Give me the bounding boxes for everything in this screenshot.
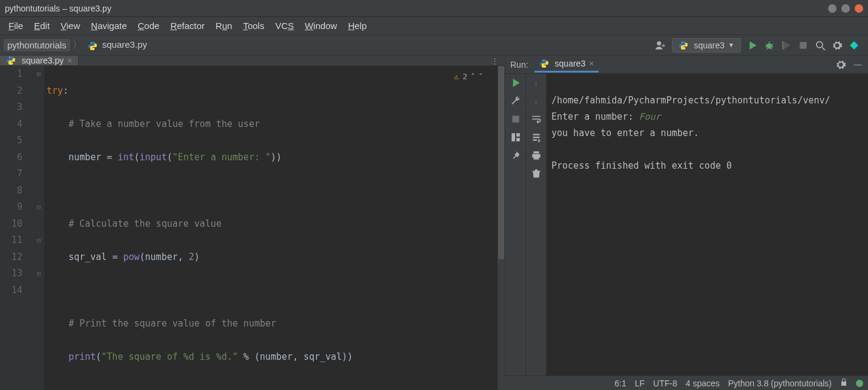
fold-column: ⊟ ⊟ ⊟ ⊟: [33, 66, 44, 390]
run-pane: Run: square3 × — ↑ ↓: [505, 56, 868, 375]
code-area[interactable]: try: # Take a number value from the user…: [44, 66, 505, 390]
editor-body[interactable]: 1 2 3 4 5 6 7 8 9 10 11 12 13 14 ⊟ ⊟ ⊟: [0, 66, 505, 390]
close-button[interactable]: [855, 4, 863, 13]
menu-view[interactable]: View: [56, 18, 85, 33]
breadcrumb-root[interactable]: pythontutorials: [4, 39, 70, 51]
stop-button[interactable]: [798, 40, 809, 51]
trash-icon[interactable]: [531, 168, 542, 179]
print-icon[interactable]: [531, 150, 542, 161]
python-icon: [539, 59, 549, 68]
line-gutter: 1 2 3 4 5 6 7 8 9 10 11 12 13 14: [0, 66, 33, 390]
python-icon: [679, 41, 688, 50]
pin-icon[interactable]: [510, 150, 521, 161]
run-tab-label: square3: [555, 59, 586, 68]
run-toolbar-primary: [505, 74, 526, 375]
window-controls: [828, 4, 863, 13]
svg-rect-13: [516, 133, 520, 137]
rerun-icon[interactable]: [510, 77, 521, 88]
svg-point-1: [93, 48, 94, 49]
fold-end-marker[interactable]: ⊟: [33, 265, 44, 282]
run-config-selector[interactable]: square3 ▼: [672, 38, 741, 53]
breadcrumb-sep: 〉: [73, 39, 82, 51]
status-cursor-pos[interactable]: 6:1: [614, 379, 626, 388]
menu-help[interactable]: Help: [343, 18, 372, 33]
svg-point-2: [681, 42, 682, 42]
console-line: you have to enter a number.: [551, 128, 699, 138]
editor-more-icon[interactable]: ⋮: [485, 56, 505, 65]
inspection-widget[interactable]: ⚠ 2 ˄ ˅: [454, 68, 483, 85]
chevron-down-icon: ▼: [728, 42, 734, 48]
line-number: 10: [0, 216, 22, 233]
chevron-down-icon[interactable]: ˅: [479, 68, 483, 85]
run-header: Run: square3 × —: [505, 56, 868, 74]
svg-rect-5: [800, 42, 806, 48]
gear-icon[interactable]: [832, 40, 843, 51]
close-run-tab-icon[interactable]: ×: [589, 59, 594, 68]
fold-marker[interactable]: ⊟: [33, 66, 44, 83]
menu-vcs[interactable]: VCS: [271, 18, 299, 33]
editor-scrollbar[interactable]: [498, 66, 505, 390]
svg-point-4: [767, 43, 772, 48]
status-ok-icon[interactable]: [856, 380, 863, 387]
line-number: 3: [0, 99, 22, 116]
editor-tab-square3[interactable]: square3.py ×: [0, 56, 79, 65]
up-arrow-icon[interactable]: ↑: [531, 77, 542, 88]
debug-button[interactable]: [764, 40, 775, 51]
fold-marker[interactable]: ⊟: [33, 232, 44, 249]
console-user-input: Four: [639, 111, 661, 122]
down-arrow-icon[interactable]: ↓: [531, 96, 542, 106]
stop-icon[interactable]: [510, 114, 521, 125]
line-number: 13: [0, 265, 22, 282]
svg-point-3: [684, 48, 685, 48]
wrench-icon[interactable]: [510, 96, 521, 106]
layout-icon[interactable]: [510, 132, 521, 143]
add-config-icon[interactable]: [655, 40, 666, 51]
line-number: 9: [0, 199, 22, 216]
close-tab-icon[interactable]: ×: [67, 56, 72, 65]
svg-point-9: [542, 60, 542, 60]
status-indent[interactable]: 4 spaces: [686, 379, 720, 388]
console-line: /home/fahmida/PycharmProjects/pythontuto…: [551, 95, 830, 106]
maximize-button[interactable]: [841, 4, 850, 13]
svg-point-8: [12, 63, 13, 63]
svg-rect-11: [512, 115, 519, 122]
console-output[interactable]: /home/fahmida/PycharmProjects/pythontuto…: [547, 74, 868, 375]
line-number: 4: [0, 116, 22, 133]
status-encoding[interactable]: UTF-8: [653, 379, 677, 388]
soft-wrap-icon[interactable]: [531, 114, 542, 125]
breadcrumb: pythontutorials 〉 square3.py: [4, 38, 151, 51]
run-tab-square3[interactable]: square3 ×: [534, 56, 599, 73]
fold-end-marker[interactable]: ⊟: [33, 199, 44, 216]
lock-icon[interactable]: [840, 378, 847, 388]
search-icon[interactable]: [815, 40, 826, 51]
ide-brand-icon[interactable]: [849, 40, 860, 51]
python-file-icon: [88, 41, 97, 51]
run-body: ↑ ↓ /home/fahmida/PycharmProjects/python…: [505, 74, 868, 375]
menu-navigate[interactable]: Navigate: [86, 18, 131, 33]
line-number: 11: [0, 232, 22, 249]
breadcrumb-file-label: square3.py: [102, 39, 147, 50]
breadcrumb-file[interactable]: square3.py: [84, 38, 151, 51]
run-label: Run:: [510, 60, 528, 70]
scroll-end-icon[interactable]: [531, 132, 542, 143]
coverage-button[interactable]: [781, 40, 792, 51]
menu-run[interactable]: Run: [211, 18, 237, 33]
chevron-up-icon[interactable]: ˄: [471, 68, 475, 85]
warning-icon: ⚠: [454, 68, 459, 85]
menu-code[interactable]: Code: [133, 18, 165, 33]
menu-edit[interactable]: Edit: [29, 18, 54, 33]
console-line: Process finished with exit code 0: [551, 160, 732, 171]
menu-file[interactable]: File: [4, 18, 28, 33]
menu-tools[interactable]: Tools: [238, 18, 269, 33]
minimize-button[interactable]: [828, 4, 837, 13]
inspection-count: 2: [462, 68, 467, 85]
status-line-sep[interactable]: LF: [635, 379, 645, 388]
editor-pane: square3.py × ⋮ 1 2 3 4 5 6 7 8 9 10 11 1…: [0, 56, 505, 375]
menu-window[interactable]: Window: [300, 18, 342, 33]
status-interpreter[interactable]: Python 3.8 (pythontutorials): [728, 379, 832, 388]
svg-rect-14: [516, 138, 520, 141]
gear-icon[interactable]: [835, 59, 846, 70]
minimize-panel-icon[interactable]: —: [852, 59, 863, 70]
menu-refactor[interactable]: Refactor: [165, 18, 209, 33]
run-button[interactable]: [747, 40, 758, 51]
